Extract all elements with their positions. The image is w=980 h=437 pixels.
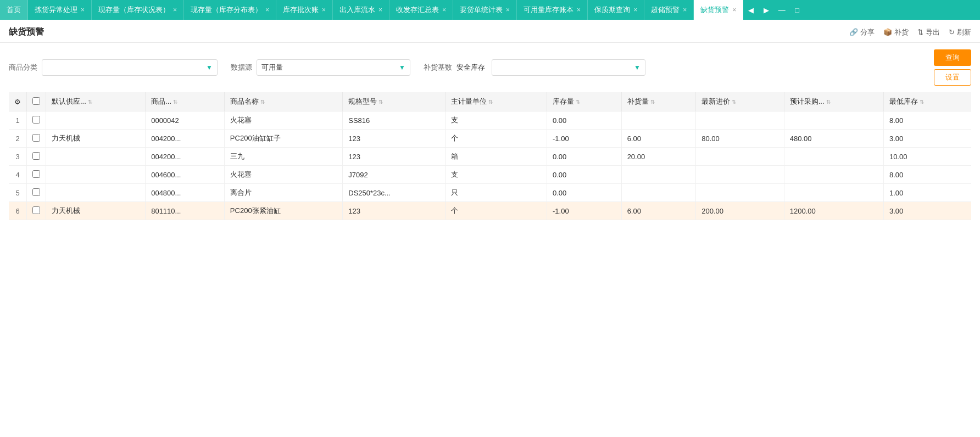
cell-supplier [46, 111, 146, 130]
cell-stock-qty: -1.00 [547, 130, 622, 148]
commodity-category-select[interactable]: ▼ [42, 59, 218, 76]
settings-button[interactable]: 设置 [934, 69, 971, 86]
row-checkbox[interactable] [27, 148, 46, 166]
tab-close-5[interactable]: × [378, 6, 382, 14]
page-content: 缺货预警 🔗 分享 📦 补货 ⇅ 导出 ↻ 刷新 商品分类 [0, 20, 980, 437]
tab-expiry-query[interactable]: 保质期查询 × [588, 0, 644, 20]
th-replenish-qty[interactable]: 补货量 ⇅ [621, 92, 696, 111]
share-action[interactable]: 🔗 分享 [849, 27, 875, 37]
th-est-purchase[interactable]: 预计采购... ⇅ [784, 92, 883, 111]
cell-replenish-qty [621, 184, 696, 202]
table-body: 10000042火花塞SS816支0.008.002力天机械004200...P… [9, 111, 971, 220]
page-header: 缺货预警 🔗 分享 📦 补货 ⇅ 导出 ↻ 刷新 [0, 20, 980, 43]
cell-stock-qty: 0.00 [547, 166, 622, 184]
row-checkbox[interactable] [27, 130, 46, 148]
tab-inout-flow[interactable]: 出入库流水 × [333, 0, 389, 20]
row-checkbox-input[interactable] [32, 206, 40, 214]
tab-next-button[interactable]: ▶ [759, 0, 774, 20]
tab-close-2[interactable]: × [173, 6, 177, 14]
row-checkbox[interactable] [27, 111, 46, 130]
tab-minimize-button[interactable]: — [774, 0, 789, 20]
th-latest-price[interactable]: 最新进价 ⇅ [696, 92, 784, 111]
cell-min-stock: 1.00 [883, 184, 971, 202]
tab-maximize-button[interactable]: □ [789, 0, 805, 20]
tab-receipt-summary[interactable]: 收发存汇总表 × [389, 0, 453, 20]
cell-supplier [46, 184, 146, 202]
tab-stock-status[interactable]: 现存量（库存状况表） × [92, 0, 184, 20]
cell-unit: 支 [445, 111, 547, 130]
tab-close-1[interactable]: × [81, 6, 85, 14]
tab-demand-stats[interactable]: 要货单统计表 × [453, 0, 517, 20]
th-gear[interactable]: ⚙ [9, 92, 27, 111]
sort-icon-spec: ⇅ [378, 99, 383, 105]
data-source-select[interactable]: 可用量 ▼ [257, 59, 410, 76]
commodity-category-label: 商品分类 [9, 63, 37, 72]
table-row: 6力天机械801110...PC200张紧油缸123个-1.006.00200.… [9, 202, 971, 220]
tab-picking-exception[interactable]: 拣货异常处理 × [28, 0, 92, 20]
tab-batch-account[interactable]: 库存批次账 × [276, 0, 333, 20]
cell-min-stock: 3.00 [883, 202, 971, 220]
tab-close-8[interactable]: × [577, 6, 581, 14]
row-checkbox-input[interactable] [32, 170, 40, 178]
row-checkbox[interactable] [27, 202, 46, 220]
row-checkbox[interactable] [27, 184, 46, 202]
th-stock-qty[interactable]: 库存量 ⇅ [547, 92, 622, 111]
row-checkbox[interactable] [27, 166, 46, 184]
tab-close-7[interactable]: × [506, 6, 510, 14]
cell-supplier [46, 166, 146, 184]
cell-latest-price [696, 166, 784, 184]
cell-product-code: 004200... [146, 148, 225, 166]
refresh-icon: ↻ [949, 28, 955, 36]
row-checkbox-input[interactable] [32, 116, 40, 124]
select-all-checkbox[interactable] [32, 97, 40, 105]
filter-actions: 查询 设置 [934, 49, 971, 86]
tab-bar: 首页 拣货异常处理 × 现存量（库存状况表） × 现存量（库存分布表） × 库存… [0, 0, 980, 20]
tab-close-11[interactable]: × [732, 6, 736, 14]
refresh-action[interactable]: ↻ 刷新 [949, 27, 971, 37]
tab-prev-button[interactable]: ◀ [743, 0, 759, 20]
cell-supplier [46, 148, 146, 166]
sort-icon-code: ⇅ [173, 99, 177, 105]
cell-min-stock: 3.00 [883, 130, 971, 148]
cell-latest-price [696, 148, 784, 166]
th-spec[interactable]: 规格型号 ⇅ [343, 92, 445, 111]
tab-close-4[interactable]: × [322, 6, 326, 14]
cell-product-code: 0000042 [146, 111, 225, 130]
commodity-category-arrow-icon: ▼ [206, 64, 213, 71]
row-checkbox-input[interactable] [32, 152, 40, 160]
cell-replenish-qty: 6.00 [621, 130, 696, 148]
replenish-action[interactable]: 📦 补货 [883, 27, 909, 37]
th-product-code[interactable]: 商品... ⇅ [146, 92, 225, 111]
tab-available-ledger[interactable]: 可用量库存账本 × [517, 0, 588, 20]
cell-product-code: 004600... [146, 166, 225, 184]
th-product-name[interactable]: 商品名称 ⇅ [224, 92, 342, 111]
cell-product-name: 三九 [224, 148, 342, 166]
tab-stock-distribution[interactable]: 现存量（库存分布表） × [184, 0, 276, 20]
replenish-basis-select[interactable]: ▼ [492, 59, 645, 76]
cell-unit: 个 [445, 202, 547, 220]
row-num: 4 [9, 166, 27, 184]
cell-product-name: PC200油缸缸子 [224, 130, 342, 148]
tab-overstock-warning[interactable]: 超储预警 × [644, 0, 694, 20]
th-min-stock[interactable]: 最低库存 ⇅ [883, 92, 971, 111]
row-checkbox-input[interactable] [32, 188, 40, 196]
cell-product-name: PC200张紧油缸 [224, 202, 342, 220]
tab-close-3[interactable]: × [265, 6, 269, 14]
sort-icon-est: ⇅ [826, 99, 831, 105]
tab-shortage-warning[interactable]: 缺货预警 × [694, 0, 743, 20]
query-button[interactable]: 查询 [934, 49, 971, 66]
th-checkbox[interactable] [27, 92, 46, 111]
tab-close-6[interactable]: × [442, 6, 446, 14]
th-default-supplier[interactable]: 默认供应... ⇅ [46, 92, 146, 111]
tab-home[interactable]: 首页 [0, 0, 28, 20]
tab-close-10[interactable]: × [683, 6, 687, 14]
tab-close-9[interactable]: × [633, 6, 637, 14]
sort-icon-min: ⇅ [920, 99, 924, 105]
th-unit[interactable]: 主计量单位 ⇅ [445, 92, 547, 111]
cell-unit: 支 [445, 166, 547, 184]
row-checkbox-input[interactable] [32, 134, 40, 142]
row-num: 6 [9, 202, 27, 220]
row-num: 5 [9, 184, 27, 202]
table-row: 3004200...三九123箱0.0020.0010.00 [9, 148, 971, 166]
export-action[interactable]: ⇅ 导出 [917, 27, 940, 37]
